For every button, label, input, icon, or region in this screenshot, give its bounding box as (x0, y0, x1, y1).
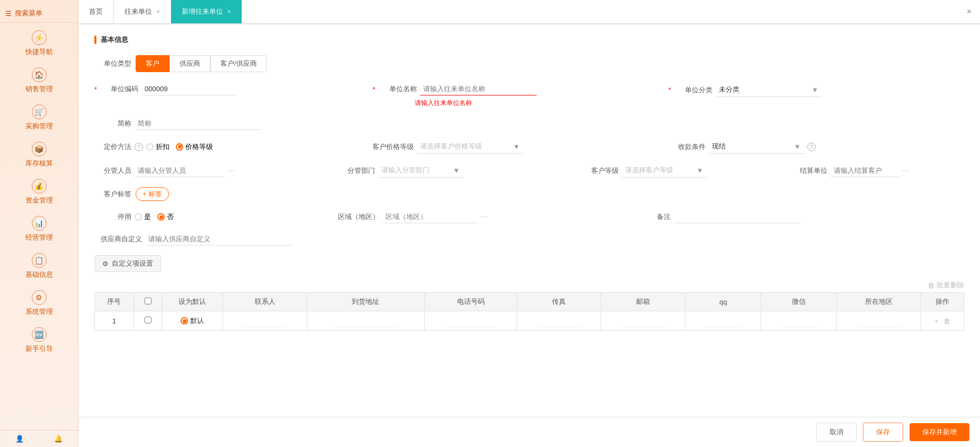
batch-delete-label[interactable]: 批量删除 (937, 281, 964, 290)
batch-delete-icon: 🗑 (928, 282, 934, 290)
disable-radio-group: 是 否 (135, 212, 174, 222)
manager-more-button[interactable]: ··· (228, 166, 235, 176)
settlement-input[interactable] (831, 164, 899, 177)
sidebar-item-label: 系统管理 (25, 307, 53, 317)
delete-row-button[interactable]: 🗑 (943, 317, 950, 325)
customer-level-select[interactable]: 请选择客户等级 ▼ (622, 163, 707, 178)
cancel-button[interactable]: 取消 (816, 423, 857, 442)
sidebar-item-operation[interactable]: 📊 经营管理 (0, 211, 78, 248)
sidebar-item-quick-nav[interactable]: ⚡ 快捷导航 (0, 25, 78, 62)
select-all-checkbox[interactable] (145, 297, 152, 304)
table-row: 1 默认 (95, 311, 964, 331)
row-contact-input[interactable] (244, 314, 286, 327)
unit-type-group: 单位类型 客户 供应商 客户/供应商 (94, 55, 267, 72)
sidebar-item-label: 资金管理 (25, 196, 53, 205)
manager-row: 分管人员 ··· 分管部门 请输入分管部门 ▼ 客户等级 请选择客户等级 ▼ 结… (94, 163, 964, 178)
window-close-button[interactable]: × (958, 0, 980, 23)
department-select[interactable]: 请输入分管部门 ▼ (378, 163, 463, 178)
pricing-radio-grade[interactable]: 价格等级 (176, 142, 213, 152)
chevron-down-icon4: ▼ (453, 166, 460, 174)
unit-code-input[interactable] (141, 83, 237, 95)
unit-name-input[interactable] (420, 83, 537, 95)
th-checkbox (133, 293, 162, 311)
sidebar-item-label: 采购管理 (25, 121, 53, 131)
disable-radio-yes[interactable]: 是 (135, 212, 151, 222)
type-btn-supplier[interactable]: 供应商 (170, 55, 210, 72)
abbr-input[interactable] (135, 117, 262, 130)
sidebar-item-purchase[interactable]: 🛒 采购管理 (0, 99, 78, 136)
chevron-down-icon2: ▼ (513, 143, 520, 151)
chevron-down-icon: ▼ (812, 86, 818, 94)
row-email-input[interactable] (622, 314, 664, 327)
pricing-radio-group: 折扣 价格等级 (146, 142, 213, 152)
sidebar-item-sales[interactable]: 🏠 销售管理 (0, 62, 78, 99)
customer-price-select[interactable]: 请选择客户价格等级 ▼ (417, 139, 523, 154)
chevron-down-icon5: ▼ (697, 166, 703, 174)
save-button[interactable]: 保存 (863, 423, 903, 442)
row-region-input[interactable] (858, 314, 900, 327)
tab-new-partner-close[interactable]: × (227, 8, 231, 15)
row-wechat-input[interactable] (780, 314, 817, 327)
row-qq-input[interactable] (705, 314, 742, 327)
unit-name-label: 单位名称 (380, 84, 417, 94)
row-default-radio[interactable]: 默认 (167, 316, 217, 326)
sidebar-item-finance[interactable]: 💰 资金管理 (0, 173, 78, 211)
tag-label: 客户标签 (94, 189, 131, 199)
unit-name-group: * 单位名称 请输入往来单位名称 (372, 83, 668, 108)
tab-home[interactable]: 首页 (78, 0, 114, 23)
batch-delete-area: 🗑 批量删除 (94, 281, 964, 290)
add-tag-button[interactable]: + 标签 (136, 187, 169, 201)
type-btn-customer[interactable]: 客户 (136, 55, 170, 72)
sidebar-user-icon[interactable]: 👤 (15, 435, 24, 443)
sidebar-item-label: 库存核算 (25, 159, 53, 168)
grade-radio (176, 143, 183, 151)
save-and-new-button[interactable]: 保存并新增 (910, 423, 969, 441)
disable-radio-no[interactable]: 否 (157, 212, 174, 222)
disable-yes-label: 是 (144, 212, 151, 222)
supplier-custom-group: 供应商自定义 (94, 233, 293, 246)
tab-new-partner[interactable]: 新增往来单位 × (171, 0, 242, 23)
custom-settings-button[interactable]: ⚙ 自定义项设置 (94, 255, 161, 272)
department-label: 分管部门 (338, 166, 375, 176)
supplier-custom-input[interactable] (145, 233, 293, 246)
sidebar-item-inventory[interactable]: 📦 库存核算 (0, 136, 78, 173)
row-phone-input[interactable] (447, 314, 495, 327)
sidebar-search[interactable]: ☰ 搜索菜单 (0, 4, 78, 23)
customer-price-group: 客户价格等级 请选择客户价格等级 ▼ (372, 139, 668, 154)
pricing-help-icon[interactable]: ? (135, 143, 143, 151)
pricing-radio-discount[interactable]: 折扣 (146, 142, 170, 152)
sidebar: ☰ 搜索菜单 ⚡ 快捷导航 🏠 销售管理 🛒 采购管理 📦 库存核算 💰 资金管… (0, 0, 78, 447)
remark-input[interactable] (674, 211, 801, 223)
settlement-more-button[interactable]: ··· (903, 166, 910, 176)
add-row-button[interactable]: + (934, 317, 939, 325)
discount-radio (146, 143, 154, 151)
sidebar-notify-icon[interactable]: 🔔 (54, 435, 63, 443)
region-more-button[interactable]: ··· (481, 212, 488, 222)
supplier-custom-row: 供应商自定义 (94, 233, 964, 246)
payment-help-icon[interactable]: ? (807, 143, 816, 151)
manager-input[interactable] (135, 164, 225, 177)
department-group: 分管部门 请输入分管部门 ▼ (338, 163, 582, 178)
sidebar-item-basic[interactable]: 📋 基础信息 (0, 248, 78, 285)
unit-category-select[interactable]: 未分类 ▼ (716, 83, 822, 97)
row-action-cell: + 🗑 (921, 311, 964, 331)
default-radio-dot (183, 319, 186, 323)
sidebar-item-guide[interactable]: 🆕 新手引导 (0, 322, 78, 359)
payment-condition-select[interactable]: 现结 ▼ (709, 139, 804, 154)
region-input[interactable] (382, 211, 478, 223)
tab-partner[interactable]: 往来单位 × (114, 0, 171, 23)
th-address: 到货地址 (307, 293, 425, 311)
type-btn-both[interactable]: 客户/供应商 (210, 55, 267, 72)
row-fax-input[interactable] (538, 314, 580, 327)
tag-group: 客户标签 + 标签 (94, 187, 169, 201)
sidebar-footer: 👤 🔔 (0, 430, 78, 447)
remark-group: 备注 (634, 211, 895, 223)
row-checkbox[interactable] (145, 317, 152, 323)
th-email: 邮箱 (601, 293, 685, 311)
row-address-input[interactable] (334, 314, 397, 327)
th-action: 操作 (921, 293, 964, 311)
disable-row: 停用 是 否 区域（地区） ··· (94, 211, 964, 223)
sidebar-item-system[interactable]: ⚙ 系统管理 (0, 285, 78, 322)
tab-partner-close[interactable]: × (156, 8, 160, 15)
inventory-icon: 📦 (32, 142, 47, 156)
